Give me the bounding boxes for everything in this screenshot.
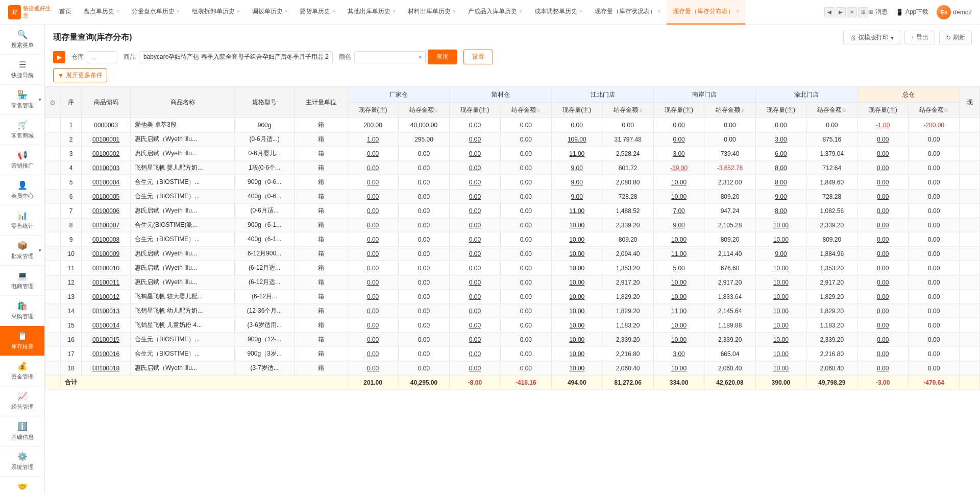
sidebar-item-零售管理[interactable]: 🏪 零售管理▾ bbox=[0, 85, 44, 115]
col-jb-qty[interactable]: 10.00 bbox=[552, 232, 602, 247]
col-m-qty[interactable]: 0.00 bbox=[450, 161, 500, 175]
col-m-qty[interactable]: 0.00 bbox=[450, 218, 500, 232]
tab-close-icon[interactable]: × bbox=[658, 9, 661, 14]
nav-tab[interactable]: 分量盘点单历史× bbox=[126, 0, 186, 25]
color-input[interactable] bbox=[354, 51, 426, 63]
col-m-qty[interactable]: 0.00 bbox=[450, 118, 500, 132]
col-yb-qty[interactable]: 10.00 bbox=[755, 361, 806, 375]
col-na-qty[interactable]: 5.00 bbox=[653, 261, 704, 275]
col-m-qty[interactable]: 0.00 bbox=[450, 204, 500, 218]
col-jb-qty[interactable]: 10.00 bbox=[552, 304, 602, 318]
col-na-qty[interactable]: 0.00 bbox=[653, 118, 704, 132]
col-code[interactable]: 00100013 bbox=[82, 304, 131, 318]
col-m-qty[interactable]: 0.00 bbox=[450, 361, 500, 375]
col-na-qty[interactable]: 11.00 bbox=[653, 304, 704, 318]
sidebar-item-快捷导航[interactable]: ☰ 快捷导航 bbox=[0, 55, 44, 85]
col-na-qty[interactable]: 10.00 bbox=[653, 190, 704, 204]
col-f-qty[interactable]: 0.00 bbox=[348, 318, 398, 333]
close-tab-arrow[interactable]: ✕ bbox=[847, 7, 857, 17]
col-f-qty[interactable]: 0.00 bbox=[348, 290, 398, 304]
col-yb-qty[interactable]: 10.00 bbox=[755, 290, 806, 304]
sidebar-item-搜索英单[interactable]: 🔍 搜索英单 bbox=[0, 25, 44, 55]
tab-close-icon[interactable]: × bbox=[177, 9, 180, 14]
col-m-qty[interactable]: 0.00 bbox=[450, 347, 500, 361]
col-yb-qty[interactable]: 10.00 bbox=[755, 232, 806, 247]
col-total-qty[interactable]: 0.00 bbox=[857, 232, 908, 247]
sidebar-item-库存核算[interactable]: 📋 库存核算 bbox=[0, 326, 44, 356]
col-f-qty[interactable]: 0.00 bbox=[348, 361, 398, 375]
sidebar-item-营销推广[interactable]: 📢 营销推广 bbox=[0, 145, 44, 175]
col-jb-qty[interactable]: 10.00 bbox=[552, 218, 602, 232]
sidebar-item-经营管理[interactable]: 📈 经营管理 bbox=[0, 386, 44, 416]
col-m-qty[interactable]: 0.00 bbox=[450, 275, 500, 290]
col-total-qty[interactable]: -1.00 bbox=[857, 118, 908, 132]
tab-close-icon[interactable]: × bbox=[116, 9, 119, 14]
next-tab-arrow[interactable]: ▶ bbox=[836, 7, 846, 17]
message-btn[interactable]: ✉ 消息 bbox=[868, 8, 888, 16]
col-f-qty[interactable]: 0.00 bbox=[348, 247, 398, 261]
toggle-filter-btn[interactable]: ▶ bbox=[53, 51, 65, 63]
col-yb-qty[interactable]: 0.00 bbox=[755, 118, 806, 132]
col-f-qty[interactable]: 0.00 bbox=[348, 304, 398, 318]
col-code[interactable]: 00100010 bbox=[82, 261, 131, 275]
warehouse-input[interactable] bbox=[87, 51, 117, 63]
settings-btn[interactable]: 设置 bbox=[463, 50, 493, 64]
col-yb-qty[interactable]: 8.00 bbox=[755, 204, 806, 218]
col-m-qty[interactable]: 0.00 bbox=[450, 147, 500, 161]
col-code[interactable]: 00100006 bbox=[82, 204, 131, 218]
col-f-qty[interactable]: 0.00 bbox=[348, 218, 398, 232]
app-download-btn[interactable]: 📱 App下载 bbox=[896, 8, 928, 16]
col-jb-qty[interactable]: 10.00 bbox=[552, 261, 602, 275]
col-total-qty[interactable]: 0.00 bbox=[857, 132, 908, 147]
col-code[interactable]: 00100003 bbox=[82, 161, 131, 175]
col-m-qty[interactable]: 0.00 bbox=[450, 232, 500, 247]
col-na-qty[interactable]: 10.00 bbox=[653, 290, 704, 304]
col-m-qty[interactable]: 0.00 bbox=[450, 190, 500, 204]
col-code[interactable]: 00100001 bbox=[82, 132, 131, 147]
col-na-qty[interactable]: 10.00 bbox=[653, 175, 704, 190]
col-m-qty[interactable]: 0.00 bbox=[450, 333, 500, 347]
col-m-qty[interactable]: 0.00 bbox=[450, 304, 500, 318]
col-f-qty[interactable]: 0.00 bbox=[348, 175, 398, 190]
print-btn[interactable]: 🖨 按模版打印 ▾ bbox=[843, 31, 900, 44]
col-total-qty[interactable]: 0.00 bbox=[857, 361, 908, 375]
col-jb-qty[interactable]: 10.00 bbox=[552, 318, 602, 333]
col-code[interactable]: 00100007 bbox=[82, 218, 131, 232]
col-yb-qty[interactable]: 10.00 bbox=[755, 304, 806, 318]
col-na-qty[interactable]: 11.00 bbox=[653, 247, 704, 261]
col-total-qty[interactable]: 0.00 bbox=[857, 275, 908, 290]
sidebar-item-企业协同[interactable]: 🤝 企业协同 bbox=[0, 477, 44, 493]
nav-tab[interactable]: 组装拆卸单历史× bbox=[186, 0, 246, 25]
col-jb-qty[interactable]: 10.00 bbox=[552, 347, 602, 361]
col-jb-qty[interactable]: 10.00 bbox=[552, 275, 602, 290]
query-btn[interactable]: 查询 bbox=[428, 50, 457, 64]
nav-tab[interactable]: 材料出库单历史× bbox=[402, 0, 462, 25]
col-jb-qty[interactable]: 9.00 bbox=[552, 161, 602, 175]
col-code[interactable]: 00100018 bbox=[82, 361, 131, 375]
table-settings-icon[interactable]: ⚙ bbox=[50, 99, 56, 107]
sidebar-item-零售统计[interactable]: 📊 零售统计 bbox=[0, 205, 44, 236]
tab-close-icon[interactable]: × bbox=[519, 9, 522, 14]
col-total-qty[interactable]: 0.00 bbox=[857, 333, 908, 347]
col-na-qty[interactable]: 10.00 bbox=[653, 318, 704, 333]
col-yb-qty[interactable]: 6.00 bbox=[755, 147, 806, 161]
col-code[interactable]: 0000003 bbox=[82, 118, 131, 132]
col-f-qty[interactable]: 1.00 bbox=[348, 132, 398, 147]
col-jb-qty[interactable]: 10.00 bbox=[552, 333, 602, 347]
sidebar-item-采购管理[interactable]: 🛍️ 采购管理 bbox=[0, 296, 44, 326]
jb-amt-info-icon[interactable]: ① bbox=[638, 107, 643, 113]
col-jb-qty[interactable]: 10.00 bbox=[552, 361, 602, 375]
col-na-qty[interactable]: 10.00 bbox=[653, 333, 704, 347]
sidebar-item-基础信息[interactable]: ℹ️ 基础信息 bbox=[0, 416, 44, 447]
col-f-qty[interactable]: 0.00 bbox=[348, 161, 398, 175]
expand-tabs-arrow[interactable]: ⊞ bbox=[858, 7, 868, 17]
col-m-qty[interactable]: 0.00 bbox=[450, 318, 500, 333]
nav-tab[interactable]: 要货单历史× bbox=[293, 0, 341, 25]
col-yb-qty[interactable]: 10.00 bbox=[755, 333, 806, 347]
nav-tab[interactable]: 现存量（库存状况表）× bbox=[589, 0, 667, 25]
col-total-qty[interactable]: 0.00 bbox=[857, 161, 908, 175]
col-f-qty[interactable]: 0.00 bbox=[348, 190, 398, 204]
col-m-qty[interactable]: 0.00 bbox=[450, 247, 500, 261]
total-amt-info-icon[interactable]: ① bbox=[944, 107, 948, 113]
col-m-qty[interactable]: 0.00 bbox=[450, 261, 500, 275]
